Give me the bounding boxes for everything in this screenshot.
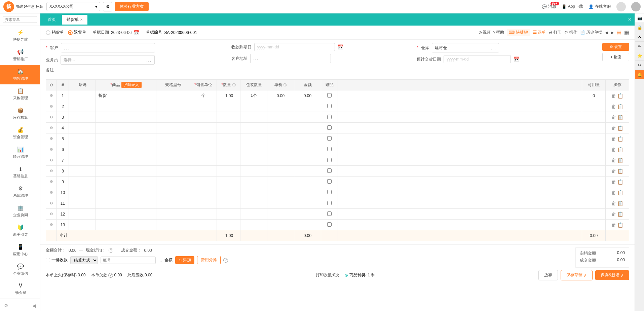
- row-spec[interactable]: [156, 144, 190, 155]
- copy-icon[interactable]: 📋: [617, 158, 623, 163]
- return-order-radio[interactable]: 退货单: [68, 30, 86, 35]
- online-service-button[interactable]: 👤 在线客服: [589, 4, 611, 9]
- copy-icon[interactable]: 📋: [617, 104, 623, 109]
- row-product[interactable]: [96, 187, 156, 198]
- discard-button[interactable]: 放弃: [538, 270, 558, 280]
- row-amount[interactable]: [294, 144, 321, 155]
- gift-checkbox[interactable]: [327, 201, 332, 205]
- row-amount[interactable]: [294, 155, 321, 166]
- row-qty[interactable]: [217, 198, 240, 209]
- sidebar-item-quick-nav[interactable]: ⚡ 快捷导航: [0, 26, 40, 45]
- gift-checkbox[interactable]: [327, 104, 332, 108]
- row-amount[interactable]: 0.00: [294, 90, 321, 101]
- row-gift[interactable]: [321, 220, 338, 230]
- header-action-video[interactable]: ⊙ 视频: [479, 30, 491, 35]
- row-price[interactable]: [267, 187, 294, 198]
- row-unit[interactable]: [190, 133, 217, 144]
- row-qty[interactable]: [217, 123, 240, 133]
- copy-icon[interactable]: 📋: [617, 201, 623, 206]
- row-qty[interactable]: [217, 155, 240, 166]
- sidebar-item-wechat[interactable]: 💬 企业微信: [0, 260, 40, 279]
- warehouse-input[interactable]: 建材仓 ...: [432, 43, 499, 52]
- row-barcode[interactable]: [69, 198, 96, 209]
- row-product[interactable]: [96, 112, 156, 123]
- row-product[interactable]: [96, 155, 156, 166]
- row-amount[interactable]: [294, 166, 321, 177]
- row-qty[interactable]: [217, 166, 240, 177]
- gift-checkbox[interactable]: [327, 222, 332, 227]
- row-gift[interactable]: [321, 112, 338, 123]
- row-pkg[interactable]: [240, 166, 267, 177]
- row-unit[interactable]: [190, 220, 217, 230]
- copy-icon[interactable]: 📋: [617, 115, 623, 120]
- row-pkg[interactable]: [240, 198, 267, 209]
- row-pkg[interactable]: [240, 220, 267, 230]
- row-gift[interactable]: [321, 187, 338, 198]
- delete-icon[interactable]: 🗑: [611, 104, 616, 109]
- row-amount[interactable]: [294, 209, 321, 220]
- due-date-calendar-icon[interactable]: 📅: [338, 44, 343, 50]
- payment-method-select[interactable]: 结算方式: [70, 256, 98, 264]
- copy-icon[interactable]: 📋: [617, 147, 623, 152]
- delivery-date-input[interactable]: yyyy-mm-dd: [444, 55, 511, 63]
- header-action-print[interactable]: 🖨 打印: [548, 30, 562, 35]
- tab-sales-order[interactable]: 销货单 ✕: [62, 15, 87, 25]
- row-barcode[interactable]: [69, 90, 96, 101]
- avatar-2[interactable]: [631, 2, 641, 11]
- row-price[interactable]: [267, 209, 294, 220]
- add-payment-button[interactable]: ⊕ 添加: [175, 256, 194, 264]
- avatar[interactable]: [616, 2, 626, 11]
- delete-icon[interactable]: 🗑: [611, 211, 616, 217]
- right-panel-btn-4[interactable]: ✏: [635, 42, 644, 51]
- view-grid-icon[interactable]: ▦: [624, 29, 629, 36]
- sidebar-item-basic[interactable]: ℹ 基础信息: [0, 162, 40, 182]
- row-spec[interactable]: [156, 177, 190, 187]
- sidebar-item-inventory[interactable]: 📦 库存核算: [0, 104, 40, 123]
- row-gift[interactable]: [321, 123, 338, 133]
- row-product[interactable]: [96, 220, 156, 230]
- row-unit[interactable]: [190, 209, 217, 220]
- row-amount[interactable]: [294, 112, 321, 123]
- row-pkg[interactable]: [240, 133, 267, 144]
- row-barcode[interactable]: [69, 112, 96, 123]
- copy-icon[interactable]: 📋: [617, 222, 623, 228]
- salesperson-input[interactable]: 选择... ...: [61, 55, 155, 65]
- row-amount[interactable]: [294, 187, 321, 198]
- row-product[interactable]: [96, 177, 156, 187]
- row-price[interactable]: [267, 112, 294, 123]
- row-barcode[interactable]: [69, 144, 96, 155]
- row-unit[interactable]: [190, 144, 217, 155]
- row-price[interactable]: [267, 144, 294, 155]
- row-unit[interactable]: [190, 101, 217, 112]
- row-price[interactable]: [267, 155, 294, 166]
- expense-split-button[interactable]: 费用分摊: [197, 256, 221, 264]
- gift-checkbox[interactable]: [327, 93, 332, 98]
- row-barcode[interactable]: [69, 187, 96, 198]
- logistics-button[interactable]: + 物流: [602, 53, 629, 61]
- row-product[interactable]: [96, 133, 156, 144]
- row-unit[interactable]: [190, 177, 217, 187]
- row-unit[interactable]: [190, 187, 217, 198]
- row-spec[interactable]: [156, 133, 190, 144]
- sidebar-item-purchase[interactable]: 📋 采购管理: [0, 84, 40, 104]
- row-qty[interactable]: [217, 101, 240, 112]
- sales-order-radio[interactable]: 销货单: [46, 30, 64, 35]
- row-spec[interactable]: [156, 166, 190, 177]
- copy-icon[interactable]: 📋: [617, 211, 623, 217]
- row-qty[interactable]: [217, 209, 240, 220]
- header-action-shortcut[interactable]: ⌨ 快捷键: [507, 29, 530, 36]
- row-qty[interactable]: -1.00: [217, 90, 240, 101]
- nav-prev-icon[interactable]: ◀: [605, 30, 608, 35]
- row-price[interactable]: [267, 123, 294, 133]
- row-gift[interactable]: [321, 166, 338, 177]
- gift-checkbox[interactable]: [327, 168, 332, 173]
- sidebar-item-sales[interactable]: 🏠 销售管理: [0, 65, 40, 84]
- row-barcode[interactable]: [69, 101, 96, 112]
- row-gift[interactable]: [321, 155, 338, 166]
- row-price[interactable]: [267, 101, 294, 112]
- copy-icon[interactable]: 📋: [617, 168, 623, 174]
- copy-icon[interactable]: 📋: [617, 190, 623, 195]
- gift-checkbox[interactable]: [327, 147, 332, 151]
- row-qty[interactable]: [217, 133, 240, 144]
- row-gift[interactable]: [321, 133, 338, 144]
